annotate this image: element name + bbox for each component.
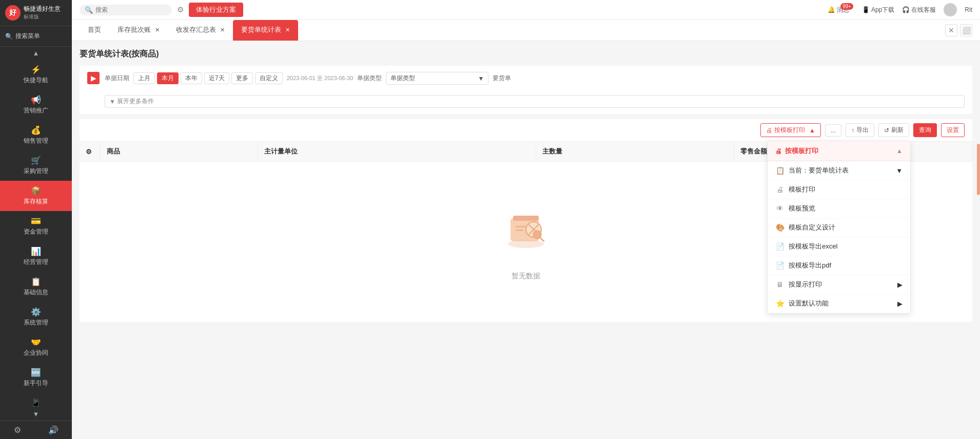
svg-rect-6 [516, 226, 526, 227]
sidebar-nav: ⚡ 快捷导航 📢 营销推广 💰 销售管理 🛒 采购管理 📦 库存核算 💳 资金管… [0, 60, 72, 408]
sidebar-item-collab[interactable]: 🤝 企业协同 [0, 332, 72, 362]
tabs-bar: 首页 库存批次账 ✕ 收发存汇总表 ✕ 要货单统计表 ✕ ✕ ⬜ [72, 20, 980, 41]
sidebar-item-operation[interactable]: 📊 经营管理 [0, 241, 72, 272]
dropdown-current-template[interactable]: 📋 当前：要货单统计表 ▼ [768, 161, 910, 180]
default-func-label: 设置默认功能 [789, 299, 829, 308]
dropdown-template-pdf[interactable]: 📄 按模板导出pdf [768, 256, 910, 275]
date-btn-7days[interactable]: 近7天 [204, 72, 229, 84]
default-func-icon: ⭐ [775, 299, 785, 308]
filter-row: 单据日期 上月 本月 本年 近7天 更多 自定义 2023-06-01 至 20… [105, 72, 965, 85]
tab-close-all-btn[interactable]: ✕ [945, 24, 957, 36]
marketing-label: 营销推广 [24, 106, 48, 115]
tab-receipt-summary[interactable]: 收发存汇总表 ✕ [168, 20, 233, 41]
tab-order-stats-close[interactable]: ✕ [285, 27, 290, 33]
app-download-icon: 📱 [862, 6, 870, 13]
date-btn-custom[interactable]: 自定义 [255, 72, 283, 84]
sidebar-item-marketing[interactable]: 📢 营销推广 [0, 90, 72, 120]
app-download-btn[interactable]: 📱 App下载 [862, 6, 894, 14]
tab-order-stats-label: 要货单统计表 [241, 25, 281, 34]
tab-maximize-btn[interactable]: ⬜ [960, 24, 972, 36]
sidebar-item-quick-nav[interactable]: ⚡ 快捷导航 [0, 60, 72, 90]
filter-toggle-btn[interactable]: ▶ [87, 72, 100, 84]
quick-nav-label: 快捷导航 [24, 76, 48, 85]
template-preview-icon: 👁 [775, 204, 785, 213]
message-btn[interactable]: 🔔 消息 99+ [828, 6, 849, 14]
topbar-actions: 🔔 消息 99+ 📱 App下载 🎧 在线客服 Rit [828, 3, 972, 16]
sidebar-item-finance[interactable]: 💳 资金管理 [0, 211, 72, 241]
col-settings[interactable]: ⚙ [80, 142, 100, 162]
page-title: 要货单统计表(按商品) [80, 49, 972, 60]
template-excel-icon: 📄 [775, 242, 785, 251]
sidebar-bottom: ⚙ 🔊 [0, 421, 72, 439]
current-template-icon: 📋 [775, 166, 785, 175]
sidebar-audio-icon[interactable]: 🔊 [48, 425, 58, 435]
query-btn[interactable]: 查询 [913, 123, 937, 137]
col-goods: 商品 [100, 142, 258, 162]
scrollbar-right[interactable] [977, 144, 980, 195]
dropdown-display-print[interactable]: 🖥 按显示打印 ▶ [768, 275, 910, 294]
search-menu-btn[interactable]: 🔍 搜索菜单 [5, 30, 67, 42]
dropdown-template-preview[interactable]: 👁 模板预览 [768, 199, 910, 218]
sidebar-item-purchase[interactable]: 🛒 采购管理 [0, 150, 72, 181]
topbar-gear-icon[interactable]: ⚙ [177, 5, 184, 14]
sidebar-scroll-up[interactable]: ▲ [0, 47, 72, 60]
sidebar-scroll-down[interactable]: ▼ [0, 408, 72, 421]
sidebar-settings-icon[interactable]: ⚙ [14, 425, 21, 435]
topbar-search[interactable]: 🔍 [80, 5, 172, 15]
user-avatar-btn[interactable] [944, 3, 957, 16]
dropdown-template-design[interactable]: 🎨 模板自定义设计 [768, 218, 910, 237]
sales-label: 销售管理 [24, 137, 48, 145]
dropdown-header[interactable]: 🖨 按模板打印 ▲ [768, 141, 910, 161]
operation-icon: 📊 [31, 246, 41, 256]
date-btn-more[interactable]: 更多 [231, 72, 253, 84]
tab-receipt-summary-close[interactable]: ✕ [220, 27, 225, 33]
main-content: 🔍 ⚙ 体验行业方案 🔔 消息 99+ 📱 App下载 🎧 在线客服 [72, 0, 980, 439]
search-input[interactable] [95, 6, 157, 13]
username-btn[interactable]: Rit [965, 6, 972, 13]
date-btn-this-month[interactable]: 本月 [157, 72, 179, 84]
tab-receipt-summary-label: 收发存汇总表 [176, 25, 216, 34]
sidebar: 好 畅捷通好生意 标准版 🔍 搜索菜单 ▲ ⚡ 快捷导航 📢 营销推广 💰 销售… [0, 0, 72, 439]
quick-nav-icon: ⚡ [31, 65, 41, 74]
expand-more-conditions-btn[interactable]: ▼ 展开更多条件 [105, 95, 965, 108]
refresh-btn[interactable]: ↺ 刷新 [878, 123, 909, 137]
trial-btn[interactable]: 体验行业方案 [189, 3, 243, 17]
default-func-arrow: ▶ [897, 300, 903, 308]
headset-icon: 🎧 [902, 6, 910, 13]
date-btn-last-month[interactable]: 上月 [133, 72, 155, 84]
svg-line-9 [540, 238, 544, 241]
sidebar-logo: 好 畅捷通好生意 标准版 [0, 0, 72, 26]
more-options-btn[interactable]: ... [825, 124, 841, 137]
marketing-icon: 📢 [31, 95, 41, 105]
sidebar-item-basic[interactable]: 📋 基础信息 [0, 272, 72, 302]
display-print-icon: 🖥 [775, 280, 785, 289]
current-template-label: 当前：要货单统计表 [789, 166, 849, 175]
tab-inventory-batch[interactable]: 库存批次账 ✕ [109, 20, 168, 41]
svg-rect-2 [513, 216, 539, 221]
sidebar-item-apps[interactable]: 📱 应用中心 [0, 393, 72, 408]
order-type-select[interactable]: 单据类型 ▼ [386, 72, 488, 85]
sidebar-item-sales[interactable]: 💰 销售管理 [0, 120, 72, 150]
message-icon: 🔔 [828, 6, 835, 13]
inventory-icon: 📦 [31, 186, 41, 196]
tab-inventory-batch-close[interactable]: ✕ [155, 27, 160, 33]
date-btn-this-year[interactable]: 本年 [181, 72, 202, 84]
order-type-chevron: ▼ [478, 75, 484, 82]
settings-btn-label: 设置 [947, 126, 959, 135]
search-icon: 🔍 [5, 33, 13, 40]
dropdown-print-icon: 🖨 [775, 147, 782, 155]
sidebar-item-system[interactable]: ⚙️ 系统管理 [0, 302, 72, 332]
online-service-btn[interactable]: 🎧 在线客服 [902, 6, 936, 14]
dropdown-template-excel[interactable]: 📄 按模板导出excel [768, 237, 910, 256]
dropdown-template-print[interactable]: 🖨 模板打印 [768, 180, 910, 199]
collab-icon: 🤝 [31, 337, 41, 347]
sidebar-item-inventory[interactable]: 📦 库存核算 [0, 181, 72, 211]
template-design-icon: 🎨 [775, 223, 785, 232]
sidebar-item-guide[interactable]: 🆕 新手引导 [0, 362, 72, 393]
tab-home[interactable]: 首页 [80, 20, 109, 41]
dropdown-default-func[interactable]: ⭐ 设置默认功能 ▶ [768, 294, 910, 313]
print-template-btn[interactable]: 🖨 按模板打印 ▲ [760, 123, 821, 137]
settings-btn[interactable]: 设置 [941, 123, 965, 137]
export-btn[interactable]: ↑ 导出 [846, 123, 874, 137]
tab-order-stats[interactable]: 要货单统计表 ✕ [233, 20, 298, 41]
